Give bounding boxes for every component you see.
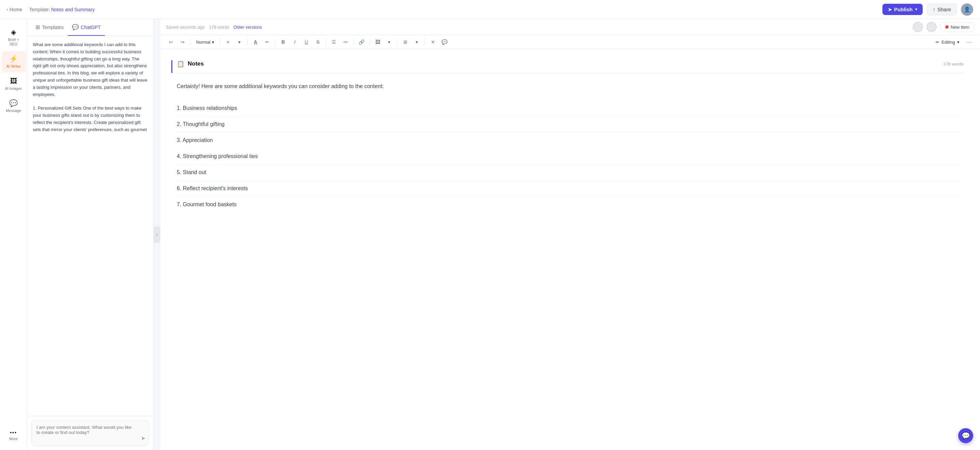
- sidebar-item-brief-seo[interactable]: ◈ Brief + SEO: [2, 25, 25, 50]
- left-sidebar: ◈ Brief + SEO ⚡ AI Writer 🖼 AI Images 💬 …: [0, 19, 27, 450]
- paragraph-style-label: Normal: [196, 40, 210, 45]
- editor-avatar-1: [913, 22, 923, 32]
- chat-input[interactable]: [37, 425, 135, 440]
- templates-icon: ⊞: [35, 24, 40, 30]
- collapse-panel-toggle[interactable]: ‹: [154, 227, 161, 243]
- share-button[interactable]: ↑ Share: [927, 3, 957, 15]
- toolbar-sep-1: [190, 38, 191, 45]
- template-label: Template: Notes and Summary: [29, 7, 94, 12]
- send-icon: ➤: [141, 435, 145, 441]
- tab-chatgpt[interactable]: 💬 ChatGPT: [68, 19, 105, 36]
- paragraph-style-dropdown[interactable]: Normal ▾: [194, 38, 217, 46]
- toolbar-sep-8: [397, 38, 398, 45]
- editing-dropdown-icon: ▾: [957, 40, 959, 45]
- home-link[interactable]: ‹ Home: [7, 7, 22, 12]
- doc-word-count: 178 words: [943, 61, 964, 67]
- pencil-icon: ✏: [935, 40, 939, 45]
- brief-seo-icon: ◈: [11, 28, 16, 36]
- align-dropdown[interactable]: ▾: [234, 37, 245, 47]
- strikethrough-button[interactable]: S: [313, 37, 323, 47]
- sidebar-item-ai-writer[interactable]: ⚡ AI Writer: [2, 51, 25, 72]
- chat-bubble-button[interactable]: 💬: [958, 428, 973, 443]
- editor-content: 📋 Notes 178 words Certainly! Here are so…: [161, 49, 980, 450]
- chat-bubble-icon: 💬: [962, 432, 970, 440]
- redo-button[interactable]: ↪: [177, 37, 188, 47]
- older-versions-link[interactable]: Older versions: [234, 25, 262, 30]
- keyword-item-4: 4. Strengthening professional ties: [177, 148, 964, 164]
- panel-container: ⊞ Templates 💬 ChatGPT What are some addi…: [27, 19, 980, 450]
- editor-topbar: Saved seconds ago 178 words Older versio…: [161, 19, 980, 35]
- word-count-label: 178 words: [209, 25, 229, 30]
- keyword-item-3: 3. Appreciation: [177, 132, 964, 148]
- more-icon: •••: [10, 430, 17, 435]
- editing-dropdown[interactable]: ✏ Editing ▾: [932, 38, 963, 46]
- undo-button[interactable]: ↩: [166, 37, 176, 47]
- saved-label: Saved seconds ago: [166, 25, 205, 30]
- bullet-list-button[interactable]: ☰: [329, 37, 339, 47]
- panel-tabs: ⊞ Templates 💬 ChatGPT: [27, 19, 153, 36]
- ai-writer-icon: ⚡: [9, 54, 18, 63]
- publish-dropdown-icon: ▾: [915, 7, 917, 11]
- editor-meta: Saved seconds ago 178 words Older versio…: [166, 25, 262, 30]
- chat-message-1: What are some additional keywords I can …: [33, 41, 148, 98]
- new-item-dot-icon: [945, 25, 948, 29]
- sidebar-item-label-message: Message: [6, 109, 21, 113]
- tab-templates[interactable]: ⊞ Templates: [32, 19, 68, 36]
- chevron-left-icon: ‹: [7, 7, 8, 12]
- left-panel: ⊞ Templates 💬 ChatGPT What are some addi…: [27, 19, 154, 450]
- doc-border-left: [171, 60, 172, 73]
- doc-icon: 📋: [177, 60, 184, 68]
- chatgpt-icon: 💬: [72, 24, 79, 30]
- doc-title: Notes: [188, 61, 204, 67]
- toolbar-sep-9: [425, 38, 425, 45]
- keyword-list: 1. Business relationships 2. Thoughtful …: [177, 101, 964, 212]
- editor-toolbar: ↩ ↪ Normal ▾ ≡ ▾ A ✏ B I U S ☰: [161, 35, 980, 49]
- keyword-item-2: 2. Thoughtful gifting: [177, 116, 964, 132]
- align-button[interactable]: ≡: [223, 37, 233, 47]
- underline-button[interactable]: U: [301, 37, 312, 47]
- text-color-button[interactable]: A: [250, 37, 261, 47]
- sidebar-item-ai-images[interactable]: 🖼 AI Images: [2, 74, 25, 94]
- sidebar-item-label-ai-writer: AI Writer: [6, 64, 21, 69]
- link-button[interactable]: 🔗: [356, 37, 367, 47]
- new-item-button[interactable]: New Item: [940, 22, 975, 32]
- sidebar-item-label-ai-images: AI Images: [5, 86, 22, 91]
- keyword-item-1: 1. Business relationships: [177, 101, 964, 116]
- avatar[interactable]: 👤: [961, 3, 973, 16]
- table-button[interactable]: ⊞: [400, 37, 410, 47]
- keyword-item-7: 7. Gourmet food baskets: [177, 197, 964, 212]
- paragraph-dropdown-icon: ▾: [212, 40, 214, 45]
- send-button[interactable]: ➤: [141, 435, 145, 442]
- italic-button[interactable]: I: [290, 37, 300, 47]
- template-name: Notes and Summary: [51, 7, 95, 12]
- comment-button[interactable]: 💬: [439, 37, 450, 47]
- sidebar-item-label-brief-seo: Brief + SEO: [5, 38, 23, 46]
- new-item-label: New Item: [951, 25, 969, 30]
- keyword-item-6: 6. Reflect recipient's interests: [177, 180, 964, 197]
- toolbar-sep-3: [247, 38, 248, 45]
- sidebar-item-label-more: More: [9, 437, 18, 441]
- tab-templates-label: Templates: [42, 25, 64, 30]
- sidebar-item-more[interactable]: ••• More: [2, 426, 25, 445]
- ai-images-icon: 🖼: [10, 77, 17, 85]
- publish-button[interactable]: ➤ Publish ▾: [882, 4, 923, 15]
- bold-button[interactable]: B: [278, 37, 288, 47]
- main-layout: ◈ Brief + SEO ⚡ AI Writer 🖼 AI Images 💬 …: [0, 19, 980, 450]
- editor-area: Saved seconds ago 178 words Older versio…: [161, 19, 980, 450]
- toolbar-sep-7: [369, 38, 370, 45]
- tab-chatgpt-label: ChatGPT: [81, 25, 101, 30]
- highlight-button[interactable]: ✏: [262, 37, 272, 47]
- toolbar-sep-2: [220, 38, 220, 45]
- table-dropdown[interactable]: ▾: [412, 37, 422, 47]
- header-right: ➤ Publish ▾ ↑ Share 👤: [882, 3, 973, 16]
- chat-input-area: ➤: [27, 416, 153, 450]
- panel-content: What are some additional keywords I can …: [27, 36, 153, 416]
- clear-format-button[interactable]: ✕: [428, 37, 438, 47]
- editing-label: Editing: [942, 40, 955, 45]
- more-options-button[interactable]: ···: [964, 37, 975, 47]
- header-left: ‹ Home Template: Notes and Summary: [7, 7, 95, 12]
- image-dropdown[interactable]: ▾: [384, 37, 395, 47]
- sidebar-item-message[interactable]: 💬 Message: [2, 96, 25, 116]
- ordered-list-button[interactable]: ≔: [340, 37, 351, 47]
- image-button[interactable]: 🖼: [372, 37, 383, 47]
